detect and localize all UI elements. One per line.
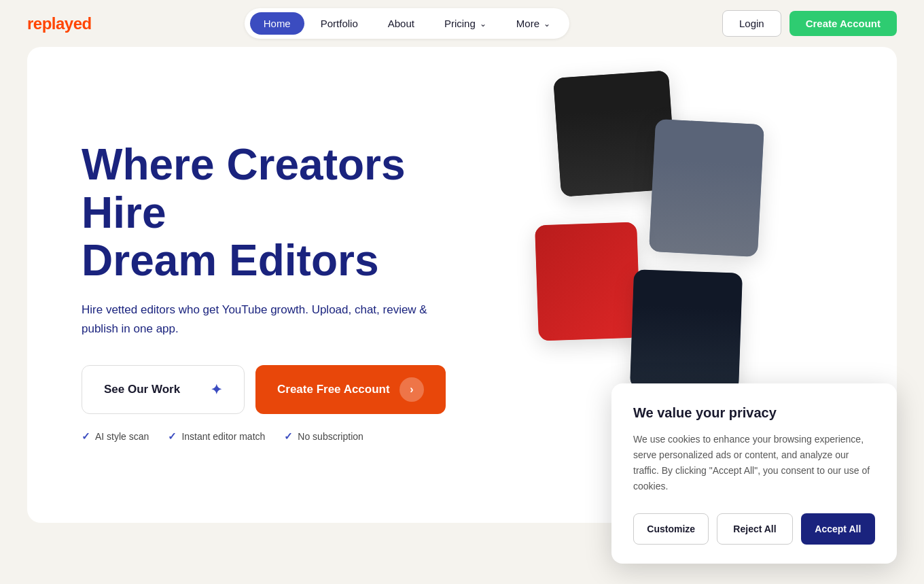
- editor-photo-2: [649, 119, 764, 257]
- sparkle-icon: ✦: [211, 381, 222, 398]
- feature-no-subscription: ✓ No subscription: [284, 430, 363, 443]
- nav-item-more[interactable]: More ⌄: [503, 12, 564, 35]
- cookie-buttons: Customize Reject All Accept All: [633, 513, 875, 545]
- checkmark-icon: ✓: [82, 430, 90, 443]
- logo-text: replayed: [27, 14, 92, 33]
- hero-buttons: See Our Work ✦ Create Free Account ›: [82, 365, 476, 414]
- chevron-down-icon: ⌄: [544, 19, 550, 29]
- navbar: replayed Home Portfolio About Pricing ⌄ …: [0, 0, 924, 47]
- nav-item-portfolio[interactable]: Portfolio: [307, 12, 372, 35]
- cookie-text: We use cookies to enhance your browsing …: [633, 432, 875, 494]
- nav-item-about[interactable]: About: [374, 12, 428, 35]
- accept-all-button[interactable]: Accept All: [801, 513, 875, 545]
- hero-features: ✓ AI style scan ✓ Instant editor match ✓…: [82, 430, 476, 443]
- see-our-work-button[interactable]: See Our Work ✦: [82, 365, 245, 414]
- nav-item-pricing[interactable]: Pricing ⌄: [431, 12, 500, 35]
- editor-face-2: [649, 119, 764, 257]
- reject-all-button[interactable]: Reject All: [717, 513, 792, 545]
- create-free-account-button[interactable]: Create Free Account ›: [255, 365, 446, 414]
- editor-face-3: [535, 222, 641, 341]
- hero-title: Where Creators Hire Dream Editors: [82, 141, 476, 284]
- editor-photo-3: [535, 222, 641, 341]
- checkmark-icon: ✓: [168, 430, 177, 443]
- chevron-down-icon: ⌄: [480, 19, 486, 29]
- nav-right: Login Create Account: [722, 10, 897, 37]
- editor-photo-4: [630, 269, 743, 392]
- customize-button[interactable]: Customize: [633, 513, 709, 545]
- feature-ai-scan: ✓ AI style scan: [82, 430, 149, 443]
- editor-face-4: [630, 269, 743, 392]
- hero-left: Where Creators Hire Dream Editors Hire v…: [27, 47, 516, 523]
- nav-item-home[interactable]: Home: [250, 12, 304, 35]
- arrow-right-icon: ›: [399, 377, 424, 402]
- login-button[interactable]: Login: [722, 10, 781, 37]
- feature-instant-match: ✓ Instant editor match: [168, 430, 265, 443]
- hero-subtitle: Hire vetted editors who get YouTube grow…: [82, 300, 435, 337]
- nav-center: Home Portfolio About Pricing ⌄ More ⌄: [245, 8, 569, 39]
- cookie-title: We value your privacy: [633, 405, 875, 421]
- logo[interactable]: replayed: [27, 14, 92, 33]
- checkmark-icon: ✓: [284, 430, 293, 443]
- cookie-banner: We value your privacy We use cookies to …: [611, 383, 897, 564]
- create-account-button[interactable]: Create Account: [789, 11, 897, 36]
